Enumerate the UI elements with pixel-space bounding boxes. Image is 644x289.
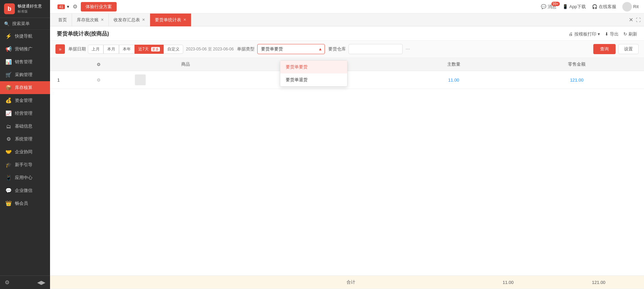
type-filter-input[interactable] (257, 44, 325, 54)
refresh-btn[interactable]: ↻ 刷新 (623, 31, 637, 37)
sidebar-label-quick-nav: 快捷导航 (15, 33, 32, 39)
online-service-label: 在线客服 (599, 4, 616, 10)
this-month-btn[interactable]: 本月 (103, 45, 119, 54)
collapse-toggle-icon[interactable]: ◀▶ (37, 279, 45, 286)
store-selector[interactable]: 41 ▾ (55, 4, 69, 9)
type-dropdown: 要货单要货 要货单退货 (280, 60, 348, 87)
tab-label-requisition-stat: 要货单统计表 (155, 17, 181, 23)
sidebar-item-purchase[interactable]: 🛒采购管理 (0, 68, 50, 81)
notification-count: 99+ (551, 2, 560, 6)
app-download-btn[interactable]: 📱 App下载 (563, 4, 586, 10)
user-name: Rit (633, 4, 639, 9)
sidebar-label-system: 系统管理 (15, 136, 32, 142)
refresh-label: 刷新 (628, 31, 637, 37)
notification-btn[interactable]: 💬 消息 99+ (541, 4, 556, 10)
sidebar-icon-finance: 💰 (5, 97, 11, 104)
cell-quantity: 11.00 (398, 71, 509, 89)
tab-shipping-summary[interactable]: 收发存汇总表✕ (109, 14, 150, 26)
user-avatar-btn[interactable]: Rit (622, 2, 639, 12)
tabs-container: 首页库存批次账✕收发存汇总表✕要货单统计表✕ (53, 14, 191, 26)
user-avatar (622, 2, 632, 12)
content-area: 要货单统计表(按商品) 🖨 按模板打印 ▾ ⬇ 导出 ↻ 刷新 (50, 26, 644, 289)
cell-settings[interactable]: ⚙ (67, 71, 131, 89)
sidebar-search[interactable]: 🔍 搜索菜单 (0, 18, 50, 30)
sidebar-item-enterprise[interactable]: 🤝企业协同 (0, 146, 50, 158)
store-dropdown-icon: ▾ (67, 4, 69, 9)
custom-date-btn[interactable]: 自定义 (164, 45, 183, 54)
sidebar-item-finance[interactable]: 💰资金管理 (0, 94, 50, 107)
sidebar-bottom: ⚙ ◀▶ (0, 275, 50, 289)
col-settings[interactable]: ⚙ (67, 58, 131, 71)
sidebar-item-operation[interactable]: 📈经营管理 (0, 107, 50, 120)
template-print-btn[interactable]: 🖨 按模板打印 ▾ (569, 31, 600, 37)
sidebar-label-enterprise: 企业协同 (15, 149, 32, 155)
last-month-btn[interactable]: 上月 (88, 45, 103, 54)
sidebar-item-appstore[interactable]: 📱应用中心 (0, 171, 50, 184)
settings-bottom-icon[interactable]: ⚙ (5, 279, 9, 286)
sidebar-icon-operation: 📈 (5, 110, 11, 116)
dropdown-item-requisition-order[interactable]: 要货单要货 (280, 61, 347, 73)
store-num-badge: 41 (57, 4, 65, 9)
tab-requisition-stat[interactable]: 要货单统计表✕ (150, 14, 191, 26)
sidebar-label-finance: 资金管理 (15, 97, 32, 104)
tab-close-requisition-stat[interactable]: ✕ (183, 18, 186, 22)
sidebar-logo: b 畅捷通好生意 标准版 (0, 0, 50, 18)
last-7days-btn[interactable]: 近7天 更多 (135, 45, 164, 54)
header-settings-icon[interactable]: ⚙ (73, 3, 77, 10)
export-btn[interactable]: ⬇ 导出 (605, 31, 619, 37)
sidebar-label-inventory: 库存核算 (15, 85, 32, 91)
refresh-icon: ↻ (623, 31, 627, 37)
sidebar-item-system[interactable]: ⚙系统管理 (0, 133, 50, 146)
sidebar-item-wechat[interactable]: 💬企业微信 (0, 184, 50, 197)
notification-icon: 💬 (541, 4, 546, 9)
close-all-tabs-icon[interactable]: ✕ (629, 17, 633, 23)
app-brand-sub: 标准版 (18, 9, 42, 14)
export-icon: ⬇ (605, 31, 609, 37)
sidebar-label-marketing: 营销推广 (15, 46, 32, 52)
sidebar-item-member[interactable]: 👑畅会员 (0, 197, 50, 210)
filter-toggle-btn[interactable]: » (55, 44, 65, 54)
page-actions: 🖨 按模板打印 ▾ ⬇ 导出 ↻ 刷新 (569, 31, 637, 37)
cell-amount: 121.00 (509, 71, 644, 89)
header-left: 41 ▾ ⚙ 体验行业方案 (55, 2, 117, 12)
page-header: 要货单统计表(按商品) 🖨 按模板打印 ▾ ⬇ 导出 ↻ 刷新 (50, 26, 644, 41)
this-year-btn[interactable]: 本年 (119, 45, 135, 54)
footer-label: 合计 (141, 276, 362, 289)
trial-btn[interactable]: 体验行业方案 (81, 2, 117, 12)
footer-amount: 121.00 (553, 276, 644, 289)
filter-settings-btn[interactable]: 设置 (618, 44, 639, 54)
tab-close-batch-account[interactable]: ✕ (101, 18, 104, 22)
sidebar-item-marketing[interactable]: 📢营销推广 (0, 43, 50, 55)
sidebar-icon-inventory: 📦 (5, 85, 11, 91)
expand-tabs-icon[interactable]: ⛶ (636, 17, 641, 23)
footer-quantity: 11.00 (463, 276, 553, 289)
sidebar-icon-enterprise: 🤝 (5, 149, 11, 155)
sidebar-label-purchase: 采购管理 (15, 72, 32, 78)
date-quick-btns: 上月 本月 本年 近7天 更多 自定义 (88, 45, 183, 54)
online-service-btn[interactable]: 🎧 在线客服 (592, 4, 616, 10)
tab-batch-account[interactable]: 库存批次账✕ (72, 14, 109, 26)
tab-close-shipping-summary[interactable]: ✕ (142, 18, 145, 22)
sidebar-item-sales[interactable]: 📊销售管理 (0, 55, 50, 68)
online-service-icon: 🎧 (592, 4, 597, 9)
date-filter-label: 单据日期 (68, 46, 86, 52)
sidebar-item-quick-nav[interactable]: ⚡快捷导航 (0, 30, 50, 43)
date-filter-group: 单据日期 上月 本月 本年 近7天 更多 自定义 2023-05-06 至 20… (68, 45, 234, 54)
col-product: 商品 (131, 58, 241, 71)
tab-label-batch-account: 库存批次账 (77, 17, 99, 23)
sidebar-item-basic[interactable]: 🗂基础信息 (0, 120, 50, 133)
sidebar-item-guide[interactable]: 🎓新手引导 (0, 158, 50, 171)
type-filter-label: 单据类型 (237, 46, 255, 52)
tab-home[interactable]: 首页 (53, 14, 72, 26)
sidebar-icon-system: ⚙ (5, 136, 11, 142)
header-right: 💬 消息 99+ 📱 App下载 🎧 在线客服 Rit (541, 2, 639, 12)
sidebar-item-inventory[interactable]: 📦库存核算 (0, 81, 50, 94)
warehouse-filter-input[interactable] (349, 44, 403, 54)
dropdown-item-requisition-return[interactable]: 要货单退货 (280, 73, 347, 86)
warehouse-more-icon[interactable]: ··· (405, 46, 410, 52)
sidebar-icon-appstore: 📱 (5, 175, 11, 181)
sidebar-icon-sales: 📊 (5, 59, 11, 65)
print-dropdown-icon: ▾ (598, 31, 600, 37)
filter-toggle-icon: » (59, 46, 62, 52)
query-btn[interactable]: 查询 (593, 44, 616, 54)
